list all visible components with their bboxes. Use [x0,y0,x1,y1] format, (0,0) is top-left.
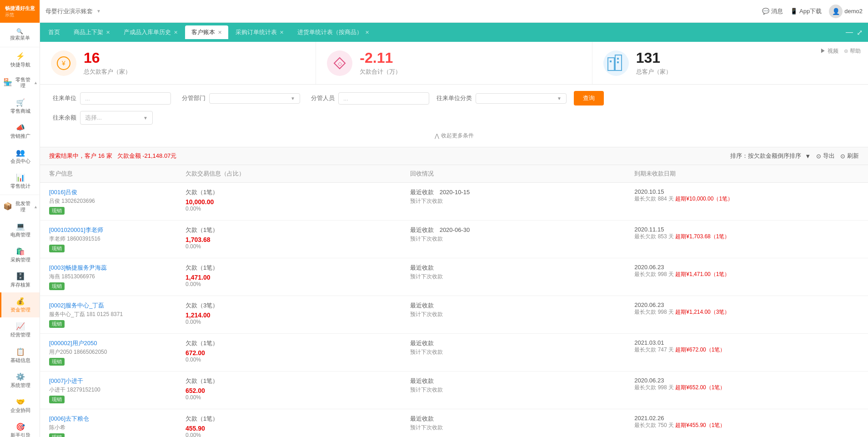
tab-customer-account-close[interactable]: ✕ [218,30,222,35]
customer-info-cell-5: [0007]小进干 小进干 18279152100 现销 [49,377,186,403]
retail-mgmt-arrow: ▲ [34,80,38,85]
sidebar-item-ecommerce[interactable]: 💻 电商管理 [0,217,40,242]
sidebar-item-operations[interactable]: 📈 经营管理 [0,317,40,342]
tab-product-history[interactable]: 产成品入库单历史 ✕ [117,25,184,39]
newbie-icon: 🎯 [16,422,25,431]
customer-tag-3: 现销 [49,320,65,328]
brand-dropdown-icon[interactable]: ▼ [96,9,101,14]
inventory-label: 库存核算 [10,282,30,288]
video-label: 视频 [828,48,838,54]
tab-home-label: 首页 [48,28,60,36]
customer-name-link-4[interactable]: [000002]用户2050 [49,340,97,347]
sidebar-item-marketing[interactable]: 📣 营销推广 [0,119,40,144]
sort-selector[interactable]: 排序：按欠款金额倒序排序 ▼ [730,152,811,160]
message-button[interactable]: 💬 消息 [762,7,783,15]
dept-label: 分管部门 [178,94,206,102]
collapse-button[interactable]: ⋀ 收起更多条件 [435,132,474,140]
customer-name-link-1[interactable]: [0001020001]李老师 [49,226,103,233]
sidebar-item-enterprise[interactable]: 🤝 企业协同 [0,393,40,418]
tab-purchase-stats[interactable]: 进货单统计表（按商品） ✕ [291,25,376,39]
debt-customers-number: 16 [84,50,305,66]
sidebar-item-inventory[interactable]: 🗄️ 库存核算 [0,267,40,292]
supplier-input[interactable]: ... [80,92,171,105]
sidebar-search-area[interactable]: 🔍 搜索菜单 [0,23,40,47]
category-dropdown[interactable]: ▼ [476,93,567,104]
sidebar-item-basic-info[interactable]: 📋 基础信息 [0,343,40,368]
last-payment-5: 最近收款 [410,377,635,385]
sidebar-item-batch-mgmt[interactable]: 📦 批发管理 ▲ [0,196,40,217]
overdue-amount-3[interactable]: 超期¥1,214.00（3笔） [675,309,730,315]
customer-name-link-2[interactable]: [0003]畅捷服务尹海蕊 [49,264,107,271]
overdue-amount-5[interactable]: 超期¥652.00（1笔） [675,384,725,391]
table-row: [0016]吕俊 吕俊 13026203696 现销 欠款（1笔） 10,000… [40,183,868,221]
debt-type-6: 欠款（1笔） [186,415,410,423]
app-download-button[interactable]: 📱 App下载 [790,7,822,15]
tab-product-history-close[interactable]: ✕ [174,30,178,35]
search-menu-button[interactable]: 🔍 搜索菜单 [3,26,37,43]
tab-product-shelf-close[interactable]: ✕ [106,30,110,35]
sidebar-item-newbie[interactable]: 🎯 新手引导 [0,418,40,437]
user-avatar-area[interactable]: 👤 demo2 [829,5,863,18]
customer-name-link-3[interactable]: [0002]服务中心_丁磊 [49,302,104,309]
category-filter: 往来单位分类 ▼ [437,93,567,104]
export-label: 导出 [823,152,835,160]
overdue-amount-6[interactable]: 超期¥455.90（1笔） [675,422,725,428]
overdue-amount-0[interactable]: 超期¥10,000.00（1笔） [675,196,733,202]
app-download-label: App下载 [799,7,822,15]
debt-amount-6: 455.90 [186,425,410,432]
customer-name-link-6[interactable]: [0006]去下粮仓 [49,415,89,422]
results-debt-prefix: 欠款金额 [117,152,141,159]
customer-name-link-5[interactable]: [0007]小进干 [49,377,83,384]
stat-top-actions: ▶ 视频 ⊙ 帮助 [820,47,861,55]
overdue-amount-1[interactable]: 超期¥1,703.68（1笔） [675,233,730,240]
customer-info-cell-3: [0002]服务中心_丁磊 服务中心_丁磊 181 0125 8371 现销 [49,301,186,328]
help-link[interactable]: ⊙ 帮助 [844,47,861,55]
marketing-label: 营销推广 [10,133,30,139]
overdue-amount-2[interactable]: 超期¥1,471.00（1笔） [675,271,730,277]
balance-filter: 往来余额 选择... ▼ [49,111,153,125]
quick-nav-icon: ⚡ [16,52,25,60]
sidebar-item-retail-stats[interactable]: 📊 零售统计 [0,169,40,194]
customer-name-link-0[interactable]: [0016]吕俊 [49,189,77,196]
tab-purchase-order-close[interactable]: ✕ [280,30,284,35]
tab-bar: 首页 商品上下架 ✕ 产成品入库单历史 ✕ 客户账本 ✕ 采购订单统计表 ✕ 进… [40,23,868,42]
sidebar-item-retail-mgmt[interactable]: 🏪 零售管理 ▲ [0,72,40,93]
manager-input[interactable]: ... [338,92,429,105]
payment-cell-4: 最近收款 预计下次收款 [410,339,635,356]
tab-minimize-button[interactable]: — [846,28,853,36]
customer-phone-5: 小进干 18279152100 [49,386,186,394]
main-content: ¥ 16 总欠款客户（家） ◇ -2.11 欠款合计（万） [40,42,868,437]
tab-home[interactable]: 首页 [42,25,66,39]
tab-maximize-button[interactable]: ⤢ [857,28,863,37]
category-chevron-icon: ▼ [557,96,562,101]
retail-mall-icon: 🛒 [16,98,25,107]
debt-amount-icon: ◇ [327,50,352,76]
due-date-6: 2021.02.26 [634,415,859,422]
tab-customer-account[interactable]: 客户账本 ✕ [185,25,228,39]
overdue-amount-4[interactable]: 超期¥672.00（1笔） [675,347,725,353]
tab-purchase-order[interactable]: 采购订单统计表 ✕ [229,25,290,39]
tab-product-shelf[interactable]: 商品上下架 ✕ [67,25,116,39]
sidebar-item-quick-nav[interactable]: ⚡ 快捷导航 [0,47,40,72]
table-row: [0007]小进干 小进干 18279152100 现销 欠款（1笔） 652.… [40,372,868,409]
sidebar-item-system[interactable]: ⚙️ 系统管理 [0,368,40,393]
query-button[interactable]: 查询 [574,91,604,105]
last-payment-2: 最近收款 [410,264,635,272]
export-button[interactable]: ⊙ 导出 [816,152,835,160]
customer-tag-0: 现销 [49,207,65,215]
dept-dropdown[interactable]: ▼ [209,93,300,104]
refresh-button[interactable]: ⊙ 刷新 [840,152,859,160]
balance-dropdown[interactable]: 选择... ▼ [80,111,153,125]
tab-purchase-stats-close[interactable]: ✕ [365,30,369,35]
th-debt-info: 欠款交易信息（占比） [186,170,410,178]
operations-icon: 📈 [16,322,25,331]
help-icon: ⊙ [844,48,848,54]
video-link[interactable]: ▶ 视频 [820,47,838,55]
due-date-4: 2021.03.01 [634,339,859,346]
table-row: [0006]去下粮仓 陈小希 现销 欠款（1笔） 455.90 0.00% 最近… [40,409,868,437]
sidebar-item-member[interactable]: 👥 会员中心 [0,144,40,169]
sidebar-item-retail-mall[interactable]: 🛒 零售商城 [0,94,40,119]
customer-tag-5: 现销 [49,396,65,403]
sidebar-item-purchase[interactable]: 🛍️ 采购管理 [0,242,40,267]
sidebar-item-finance[interactable]: 💰 资金管理 [0,292,40,317]
